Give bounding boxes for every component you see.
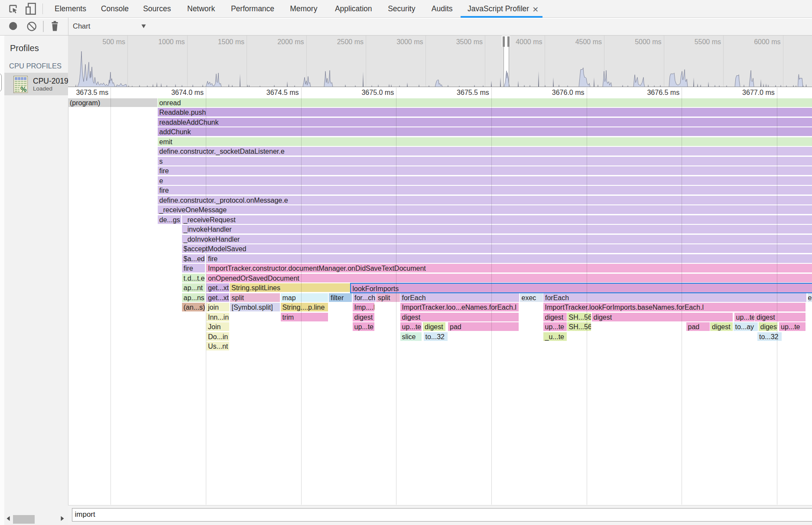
svg-text:%: %: [20, 86, 26, 93]
